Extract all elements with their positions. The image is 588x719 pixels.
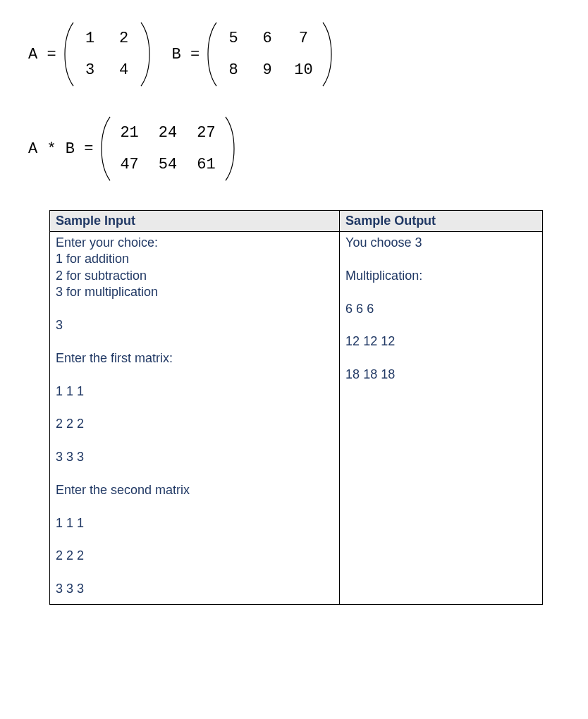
label-AB: A * B = [28,140,93,158]
matrix-cell: 4 [117,61,131,79]
sample-output-text: You choose 3 Multiplication: 6 6 6 12 12… [345,235,537,383]
right-paren-icon [223,116,235,182]
matrix-cell: 21 [120,124,138,142]
sample-output-cell: You choose 3 Multiplication: 6 6 6 12 12… [340,232,543,605]
label-A: A = [28,46,56,63]
matrix-AB-body: 21 24 27 47 54 61 [113,116,222,182]
matrix-cell: 8 [226,61,240,79]
sample-io-table: Sample Input Sample Output Enter your ch… [49,210,543,605]
matrix-cell: 47 [120,156,138,173]
equation-row-ab: A = 1 2 3 4 B = 5 6 7 8 [28,21,560,87]
matrix-cell: 54 [159,156,177,173]
right-paren-icon [138,21,151,87]
header-sample-output: Sample Output [340,211,543,232]
matrix-A: 1 2 3 4 [63,21,151,87]
math-section: A = 1 2 3 4 B = 5 6 7 8 [28,21,560,182]
matrix-B-body: 5 6 7 8 9 10 [219,21,319,87]
matrix-cell: 7 [296,30,310,47]
sample-input-text: Enter your choice: 1 for addition 2 for … [56,235,333,598]
label-B: B = [172,46,200,63]
left-paren-icon [100,116,113,182]
matrix-cell: 9 [260,61,274,79]
header-sample-input: Sample Input [50,211,340,232]
matrix-AB: 21 24 27 47 54 61 [100,116,235,182]
table-body-row: Enter your choice: 1 for addition 2 for … [50,232,543,605]
matrix-cell: 61 [197,156,215,173]
table-header-row: Sample Input Sample Output [50,211,543,232]
matrix-cell: 24 [159,124,177,142]
matrix-cell: 3 [83,61,97,79]
matrix-cell: 6 [260,30,274,47]
matrix-cell: 2 [117,30,131,47]
left-paren-icon [207,21,219,87]
matrix-cell: 27 [197,124,215,142]
matrix-A-body: 1 2 3 4 [76,21,138,87]
left-paren-icon [63,21,76,87]
right-paren-icon [320,21,333,87]
matrix-cell: 1 [83,30,97,47]
sample-input-cell: Enter your choice: 1 for addition 2 for … [50,232,340,605]
matrix-cell: 5 [226,30,240,47]
matrix-cell: 10 [294,61,312,79]
matrix-B: 5 6 7 8 9 10 [207,21,332,87]
equation-row-product: A * B = 21 24 27 47 54 61 [28,116,560,182]
